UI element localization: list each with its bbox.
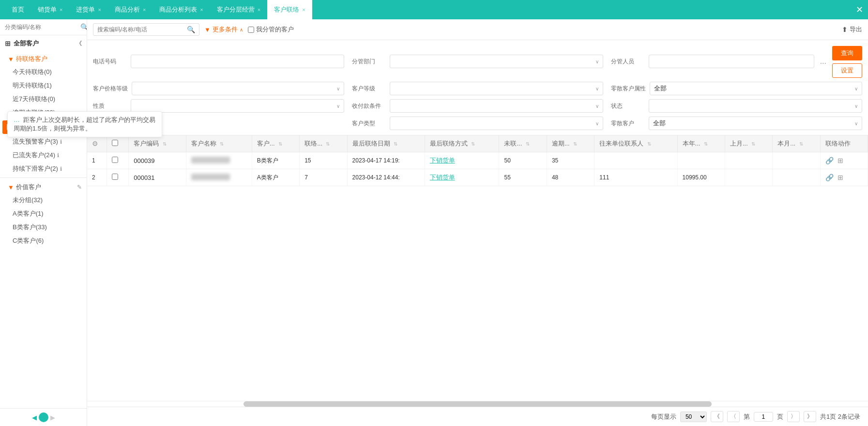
sidebar-item-a-class[interactable]: A类客户(1) (0, 207, 87, 220)
sort-icon-person: ⇅ (647, 141, 651, 147)
export-button[interactable]: ⬆ 导出 (842, 25, 862, 34)
nav-item-home[interactable]: 首页 (5, 0, 31, 19)
close-icon-product-list[interactable]: × (200, 7, 203, 13)
sidebar-item-7days[interactable]: 近7天待联络(0) (0, 92, 87, 106)
customer-type-select[interactable]: ∨ (390, 117, 603, 130)
row-checkbox-2[interactable] (112, 174, 118, 180)
th-last-month[interactable]: 上月... ⇅ (725, 135, 772, 152)
department-select[interactable]: ∨ (390, 55, 603, 68)
close-icon-purchase[interactable]: × (98, 7, 101, 13)
search-input[interactable] (97, 26, 184, 33)
retail-attr-select[interactable]: 全部 ∨ (650, 82, 862, 95)
sidebar-search-icon[interactable]: 🔍 (80, 23, 87, 31)
grid-action-icon-1[interactable]: ⊞ (838, 157, 843, 164)
sidebar-item-tomorrow[interactable]: 明天待联络(1) (0, 79, 87, 92)
th-last-method[interactable]: 最后联络方式 ⇅ (425, 135, 499, 152)
my-customers-checkbox[interactable] (248, 27, 254, 33)
tooltip-text: 距客户上次交易时长，超过了此客户的平均交易周期的1.5倍，则视为异常。 (14, 116, 87, 132)
cell-checkbox[interactable] (107, 169, 129, 186)
tooltip-box: … 距客户上次交易时长，超过了此客户的平均交易周期的1.5倍，则视为异常。 (7, 111, 87, 137)
row-checkbox-1[interactable] (112, 157, 118, 163)
sidebar-item-c-class[interactable]: C类客户(6) (0, 234, 87, 248)
chevron-down-payment: ∨ (595, 103, 599, 109)
th-code[interactable]: 客户编码 ⇅ (129, 135, 186, 152)
my-customers-toggle[interactable]: 我分管的客户 (248, 25, 294, 34)
nav-item-sales[interactable]: 销货单 × (31, 0, 69, 19)
edit-icon[interactable]: ✎ (77, 184, 82, 191)
th-name[interactable]: 客户名称 ⇅ (186, 135, 252, 152)
pending-contact-group[interactable]: ▼ 待联络客户 (0, 52, 87, 65)
grid-action-icon-2[interactable]: ⊞ (838, 174, 843, 181)
retail-attr-label: 零散客户属性 (611, 85, 646, 93)
nav-item-customer-contact[interactable]: 客户联络 × (267, 0, 312, 19)
link-icon-1[interactable]: 🔗 (825, 157, 834, 164)
page-input[interactable] (754, 412, 773, 422)
cell-name (186, 152, 252, 169)
sidebar-search: 🔍 (0, 19, 87, 35)
th-settings[interactable]: ⚙ (87, 135, 107, 152)
th-this-month[interactable]: 本月... ⇅ (773, 135, 820, 152)
retail-customer-label: 零散客户 (611, 119, 645, 128)
ellipsis-person[interactable]: ... (818, 57, 828, 66)
all-customers-header[interactable]: ⊞ 全部客户 《 (0, 35, 87, 52)
th-contact-count[interactable]: 联络... ⇅ (300, 135, 347, 152)
last-page-button[interactable]: 》 (804, 411, 816, 422)
status-select[interactable]: ∨ (649, 99, 862, 113)
cell-last-method[interactable]: 下销货单 (425, 152, 499, 169)
sidebar-item-today[interactable]: 今天待联络(0) (0, 65, 87, 79)
phone-input[interactable] (131, 55, 344, 68)
more-conditions-button[interactable]: ▼ 更多条件 ∧ (204, 25, 243, 34)
th-no-contact[interactable]: 未联... ⇅ (499, 135, 547, 152)
link-icon-2[interactable]: 🔗 (825, 174, 834, 181)
th-this-year[interactable]: 本年... ⇅ (677, 135, 725, 152)
nav-item-customer-segment[interactable]: 客户分层经营 × (210, 0, 267, 19)
per-page-select[interactable]: 50 100 200 (680, 411, 707, 422)
value-group-header[interactable]: ▼ 价值客户 ✎ (0, 180, 87, 193)
horizontal-scrollbar[interactable] (87, 401, 868, 407)
gender-select[interactable]: ∨ (131, 99, 344, 113)
th-checkbox[interactable] (107, 135, 129, 152)
payment-select[interactable]: ∨ (390, 99, 603, 113)
price-level-select[interactable]: ∨ (132, 82, 344, 95)
phone-label: 电话号码 (93, 58, 127, 66)
sidebar-item-declining[interactable]: 持续下滑客户(2) ℹ (0, 162, 87, 176)
th-contact-person[interactable]: 往来单位联系人 ⇅ (594, 135, 677, 152)
cell-last-month (725, 152, 772, 169)
settings-button[interactable]: 设置 (832, 63, 862, 78)
chevron-down-price: ∨ (336, 86, 340, 91)
close-all-button[interactable]: ✕ (856, 4, 863, 15)
th-level[interactable]: 客户... ⇅ (252, 135, 299, 152)
sidebar-search-input[interactable] (5, 24, 77, 30)
collapse-icon[interactable]: 《 (76, 40, 82, 48)
close-icon-sales[interactable]: × (60, 7, 62, 13)
nav-item-product-analysis[interactable]: 商品分析 × (108, 0, 152, 19)
next-page-button[interactable]: 〉 (787, 411, 800, 422)
close-icon-product-analysis[interactable]: × (143, 7, 146, 13)
select-all-checkbox[interactable] (112, 140, 118, 146)
search-icon[interactable]: 🔍 (187, 26, 195, 33)
sidebar-item-b-class[interactable]: B类客户(33) (0, 220, 87, 234)
all-customers-label: 全部客户 (14, 39, 39, 48)
retail-customer-select[interactable]: 全部 ∨ (649, 117, 862, 130)
sidebar-item-churned[interactable]: 已流失客户(24) ℹ (0, 148, 87, 162)
customer-level-select[interactable]: ∨ (390, 82, 603, 95)
filter-row-retail-attr: 零散客户属性 全部 ∨ (611, 82, 862, 95)
gear-icon[interactable]: ⚙ (92, 140, 102, 147)
person-input[interactable] (649, 55, 814, 68)
first-page-button[interactable]: 《 (711, 411, 723, 422)
nav-item-purchase[interactable]: 进货单 × (69, 0, 107, 19)
query-button[interactable]: 查询 (832, 46, 862, 60)
sidebar-item-unclassified[interactable]: 未分组(32) (0, 193, 87, 207)
last-method-link-2[interactable]: 下销货单 (430, 174, 455, 181)
prev-page-button[interactable]: 〈 (727, 411, 740, 422)
th-overdue[interactable]: 逾期... ⇅ (547, 135, 594, 152)
sidebar-bottom-arrow[interactable]: ◀ ▶ (0, 408, 87, 426)
th-last-date[interactable]: 最后联络日期 ⇅ (347, 135, 425, 152)
last-method-link-1[interactable]: 下销货单 (430, 157, 455, 164)
close-icon-customer-segment[interactable]: × (258, 7, 260, 13)
cell-checkbox[interactable] (107, 152, 129, 169)
close-icon-customer-contact[interactable]: × (302, 7, 305, 13)
cell-last-method[interactable]: 下销货单 (425, 169, 499, 186)
nav-item-product-list[interactable]: 商品分析列表 × (152, 0, 210, 19)
info-icon-churned: ℹ (57, 152, 59, 159)
